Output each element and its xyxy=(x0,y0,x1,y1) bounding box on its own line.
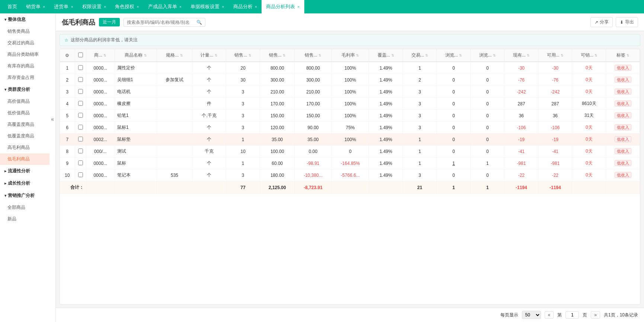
prev-page-button[interactable]: « xyxy=(545,311,554,319)
row-checkbox[interactable] xyxy=(75,134,86,146)
col-trade[interactable]: 交易... ⇅ xyxy=(403,49,437,62)
close-icon[interactable]: × xyxy=(297,4,299,9)
sidebar-item-new-products[interactable]: 新品 xyxy=(0,213,49,225)
close-icon[interactable]: × xyxy=(179,4,182,9)
col-view2[interactable]: 浏览... ⇅ xyxy=(471,49,504,62)
col-sellable[interactable]: 可销... ⇅ xyxy=(572,49,606,62)
sidebar-group-growth[interactable]: ▸ 成长性分析 xyxy=(0,177,49,189)
row-view1[interactable]: 1 xyxy=(437,157,471,169)
filter-recent-month[interactable]: 近一月 xyxy=(99,18,120,26)
row-checkbox[interactable] xyxy=(75,146,86,157)
collapse-sidebar-button[interactable]: « xyxy=(49,113,55,125)
row-select-checkbox[interactable] xyxy=(78,89,83,94)
col-sale2[interactable]: 销售... ⇅ xyxy=(260,49,295,62)
per-page-select[interactable]: 50 100 200 xyxy=(522,311,541,319)
close-icon[interactable]: × xyxy=(137,4,139,9)
nav-item-roles[interactable]: 角色授权 × xyxy=(110,0,143,13)
row-checkbox[interactable] xyxy=(75,157,86,169)
nav-item-permissions[interactable]: 权限设置 × xyxy=(78,0,110,13)
row-select-checkbox[interactable] xyxy=(78,160,83,165)
row-checkbox[interactable] xyxy=(75,62,86,74)
close-icon[interactable]: × xyxy=(255,4,257,9)
row-view1[interactable]: 0 xyxy=(437,169,471,181)
row-select-checkbox[interactable] xyxy=(78,137,83,141)
sidebar-item-traded[interactable]: 交易过的商品 xyxy=(0,37,49,49)
close-icon[interactable]: × xyxy=(43,4,45,9)
row-name[interactable]: 鼠标1 xyxy=(115,122,157,134)
row-select-checkbox[interactable] xyxy=(78,125,83,130)
col-checkbox[interactable] xyxy=(75,49,86,62)
col-coverage[interactable]: 覆盖... ⇅ xyxy=(369,49,403,62)
row-checkbox[interactable] xyxy=(75,74,86,86)
col-stock2[interactable]: 可用... ⇅ xyxy=(538,49,572,62)
row-view1[interactable]: 0 xyxy=(437,86,471,98)
row-checkbox[interactable] xyxy=(75,98,86,110)
row-select-checkbox[interactable] xyxy=(78,149,83,153)
col-code[interactable]: 商... ⇅ xyxy=(86,49,115,62)
sidebar-item-in-stock[interactable]: 有库存的商品 xyxy=(0,60,49,72)
row-select-checkbox[interactable] xyxy=(78,101,83,106)
row-view1[interactable]: 0 xyxy=(437,62,471,74)
row-name[interactable]: 吴细细1 xyxy=(115,74,157,86)
sidebar-group-marketing[interactable]: ▾ 营销推广分析 xyxy=(0,189,49,202)
row-select-checkbox[interactable] xyxy=(78,172,83,177)
col-settings[interactable]: ⚙ xyxy=(60,49,75,62)
sidebar-item-high-coverage[interactable]: 高覆盖度商品 xyxy=(0,119,49,130)
next-page-button[interactable]: » xyxy=(591,311,600,319)
nav-item-analytics[interactable]: 商品分析 × xyxy=(229,0,262,13)
col-gross-rate[interactable]: 毛利率 ⇅ xyxy=(331,49,369,62)
sidebar-item-capital[interactable]: 库存资金占用 xyxy=(0,72,49,83)
nav-item-products[interactable]: 产成品入库单 × xyxy=(144,0,186,13)
col-spec[interactable]: 规格... ⇅ xyxy=(157,49,192,62)
sidebar-group-flow[interactable]: ▸ 流通性分析 xyxy=(0,165,49,177)
close-icon[interactable]: × xyxy=(222,4,224,9)
col-sale3[interactable]: 销售... ⇅ xyxy=(295,49,331,62)
sidebar-item-all-products[interactable]: 全部商品 xyxy=(0,202,49,213)
export-button[interactable]: ⬇ 导出 xyxy=(616,17,638,27)
sidebar-item-sales-products[interactable]: 销售类商品 xyxy=(0,26,49,37)
row-view1[interactable]: 0 xyxy=(437,110,471,122)
sidebar-group-class[interactable]: ▾ 类群度分析 xyxy=(0,83,49,96)
row-select-checkbox[interactable] xyxy=(78,65,83,70)
close-icon[interactable]: × xyxy=(104,4,106,9)
row-name[interactable]: 鼠标 xyxy=(115,157,157,169)
row-select-checkbox[interactable] xyxy=(78,77,83,82)
row-name[interactable]: 属性定价 xyxy=(115,62,157,74)
nav-item-home[interactable]: 首页 xyxy=(3,0,22,13)
select-all-checkbox[interactable] xyxy=(78,52,83,57)
search-icon[interactable]: 🔍 xyxy=(196,20,202,25)
sidebar-item-low-margin[interactable]: 低毛利商品 xyxy=(0,153,49,165)
sidebar-item-category-rate[interactable]: 商品分类助销率 xyxy=(0,49,49,60)
row-name[interactable]: 橡皮擦 xyxy=(115,98,157,110)
sidebar-item-high-value[interactable]: 高价值商品 xyxy=(0,96,49,107)
col-stock1[interactable]: 现有... ⇅ xyxy=(504,49,538,62)
row-checkbox[interactable] xyxy=(75,122,86,134)
sidebar-item-low-value[interactable]: 低价值商品 xyxy=(0,107,49,119)
row-checkbox[interactable] xyxy=(75,169,86,181)
sidebar-item-low-coverage[interactable]: 低覆盖度商品 xyxy=(0,130,49,142)
row-name[interactable]: 电话机 xyxy=(115,86,157,98)
nav-item-templates[interactable]: 单据模板设置 × xyxy=(186,0,228,13)
row-view1[interactable]: 0 xyxy=(437,146,471,157)
close-icon[interactable]: × xyxy=(71,4,73,9)
nav-item-purchase[interactable]: 进货单 × xyxy=(49,0,77,13)
sidebar-item-high-margin[interactable]: 高毛利商品 xyxy=(0,142,49,153)
row-checkbox[interactable] xyxy=(75,86,86,98)
page-number-input[interactable] xyxy=(565,311,579,319)
row-checkbox[interactable] xyxy=(75,110,86,122)
row-view1[interactable]: 0 xyxy=(437,74,471,86)
row-view1[interactable]: 0 xyxy=(437,122,471,134)
col-tag[interactable]: 标签 ⇅ xyxy=(606,49,640,62)
row-view1[interactable]: 0 xyxy=(437,134,471,146)
sidebar-group-overall[interactable]: ▾ 整体信息 xyxy=(0,13,49,26)
col-sale1[interactable]: 销售... ⇅ xyxy=(226,49,260,62)
row-name[interactable]: 铅笔1 xyxy=(115,110,157,122)
share-button[interactable]: ↗ 分享 xyxy=(590,17,613,27)
col-unit[interactable]: 计量... ⇅ xyxy=(192,49,226,62)
row-view1[interactable]: 0 xyxy=(437,98,471,110)
row-select-checkbox[interactable] xyxy=(78,113,83,118)
search-input[interactable] xyxy=(124,18,205,27)
nav-item-sales[interactable]: 销货单 × xyxy=(22,0,49,13)
col-view1[interactable]: 浏览... ⇅ xyxy=(437,49,471,62)
nav-item-analytics-list[interactable]: 商品分析列表 × xyxy=(262,0,304,13)
